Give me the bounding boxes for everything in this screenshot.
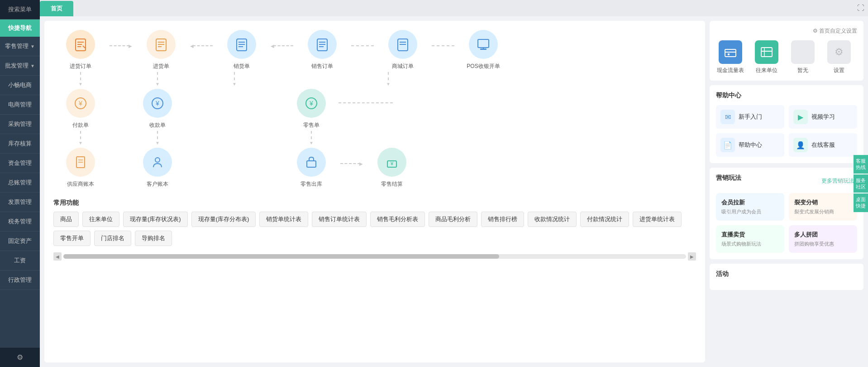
cf-btn-sales-stats[interactable]: 销货单统计表: [259, 212, 308, 227]
cf-btn-purchase-stats[interactable]: 进货单统计表: [633, 212, 682, 227]
qn-partner-units[interactable]: 往来单位: [752, 40, 781, 74]
flow-node-retail-order[interactable]: ¥ 零售单: [284, 89, 339, 129]
settings-icon: ⚙: [827, 40, 851, 64]
beginner-icon: ✉: [720, 110, 735, 124]
sidebar-item-wholesale[interactable]: 批发管理 ▼: [0, 56, 40, 76]
sidebar-item-inventory[interactable]: 库存核算: [0, 134, 40, 154]
sidebar-item-ecommerce-small[interactable]: 小畅电商: [0, 76, 40, 95]
arrow-down-icon: [78, 80, 83, 87]
qn-settings[interactable]: ⚙ 设置: [825, 40, 854, 74]
cf-btn-retail-order[interactable]: 零售开单: [53, 231, 91, 246]
cf-btn-receipt-stats[interactable]: 收款情况统计: [528, 212, 577, 227]
marketing-group[interactable]: 多人拼团 拼团购物享受优惠: [789, 225, 857, 253]
flow-node-sales-slip[interactable]: 销货单: [215, 30, 269, 70]
sidebar-item-admin-label: 行政管理: [8, 276, 32, 284]
right-float-panel: 客服热线 服务社区 桌面快捷: [854, 155, 868, 212]
sidebar-item-finance[interactable]: 资金管理: [0, 154, 40, 173]
help-online-service[interactable]: 👤 在线客服: [789, 133, 857, 157]
sidebar-item-tax[interactable]: 税务管理: [0, 212, 40, 232]
sidebar-item-admin[interactable]: 行政管理: [0, 270, 40, 290]
retail-order-label: 零售单: [303, 121, 320, 129]
marketing-live[interactable]: 直播卖货 场景式购物新玩法: [716, 225, 784, 253]
arrow-down-icon-7: [309, 139, 314, 146]
cf-btn-stock-dist[interactable]: 现存量(库存分布表): [191, 212, 256, 227]
sidebar-item-purchase[interactable]: 采购管理: [0, 115, 40, 134]
cf-btn-sales-rank[interactable]: 销售排行榜: [481, 212, 524, 227]
cf-btn-store-rank[interactable]: 门店排名: [94, 231, 131, 246]
sales-slip-icon: [227, 30, 256, 59]
sidebar-search[interactable]: 搜索菜单: [0, 0, 40, 19]
sidebar-item-ecommerce-mgmt[interactable]: 电商管理: [0, 95, 40, 115]
common-functions: 常用功能 商品 往来单位 现存量(库存状况表) 现存量(库存分布表) 销货单统计…: [53, 199, 696, 246]
tab-bar: 首页 ⛶: [40, 0, 868, 16]
scroll-left-button[interactable]: ◀: [53, 252, 62, 261]
purchase-slip-icon: [147, 30, 176, 59]
common-func-title: 常用功能: [53, 199, 696, 207]
expand-icon[interactable]: ⛶: [857, 4, 864, 12]
sidebar-item-invoice[interactable]: 发票管理: [0, 193, 40, 212]
qn-none[interactable]: 暂无: [788, 40, 817, 74]
sidebar-item-retail[interactable]: 零售管理 ▼: [0, 37, 40, 56]
scroll-right-button[interactable]: ▶: [688, 252, 696, 261]
customer-service-button[interactable]: 客服热线: [854, 155, 868, 174]
marketing-fission[interactable]: 裂变分销 裂变式发展分销商: [789, 193, 857, 221]
flow-node-customer-book[interactable]: 客户账本: [130, 148, 185, 188]
none-label: 暂无: [797, 67, 808, 74]
sales-order-label: 销售订单: [311, 63, 333, 70]
marketing-header: 营销玩法 更多营销玩法 ›: [716, 174, 857, 188]
flow-node-retail-settle[interactable]: ¥ 零售结算: [365, 148, 419, 188]
marketing-member[interactable]: 会员拉新 吸引用户成为会员: [716, 193, 784, 221]
flow-node-purchase-slip[interactable]: 进货单: [134, 30, 188, 70]
help-center-title: 帮助中心: [716, 92, 857, 100]
vc-purchase-slip: [130, 72, 185, 87]
flow-node-supplier-book[interactable]: 供应商账本: [53, 148, 108, 188]
cf-btn-sales-order-stats[interactable]: 销售订单统计表: [312, 212, 367, 227]
cf-btn-payment-stats[interactable]: 付款情况统计: [580, 212, 629, 227]
svg-rect-19: [478, 39, 489, 48]
flow-node-purchase-order[interactable]: 进货订单: [53, 30, 108, 70]
sidebar-item-fixed-assets[interactable]: 固定资产: [0, 232, 40, 251]
scroll-thumb[interactable]: [63, 254, 499, 259]
fission-title: 裂变分销: [794, 198, 852, 207]
desktop-shortcut-button[interactable]: 桌面快捷: [854, 193, 868, 212]
flow-node-pos[interactable]: POS收银开单: [456, 30, 510, 70]
cf-btn-sales-profit[interactable]: 销售毛利分析表: [370, 212, 425, 227]
chevron-down-icon: ▼: [30, 44, 35, 49]
help-beginner[interactable]: ✉ 新手入门: [716, 105, 784, 129]
flow-row-3: 供应商账本 客户账本: [53, 148, 696, 188]
partner-units-icon: [755, 40, 778, 64]
help-video[interactable]: ▶ 视频学习: [789, 105, 857, 129]
svg-text:¥: ¥: [155, 100, 159, 107]
flow-node-mall-order[interactable]: 商城订单: [376, 30, 430, 70]
cf-btn-goods-profit[interactable]: 商品毛利分析: [429, 212, 477, 227]
live-title: 直播卖货: [721, 231, 779, 239]
sidebar-gear-button[interactable]: ⚙: [0, 347, 40, 367]
left-panel: 进货订单 进货单: [44, 21, 705, 362]
sidebar-item-salary[interactable]: 工资: [0, 251, 40, 270]
payment-icon: ¥: [66, 89, 95, 118]
arrow-4-5: [349, 45, 376, 46]
cf-btn-units[interactable]: 往来单位: [82, 212, 119, 227]
retail-out-icon: [297, 148, 326, 177]
flow-node-retail-out[interactable]: 零售出库: [284, 148, 339, 188]
more-marketing-link[interactable]: 更多营销玩法 ›: [821, 177, 857, 185]
cf-btn-goods[interactable]: 商品: [53, 212, 79, 227]
flow-node-receipt[interactable]: ¥ 收款单: [130, 89, 185, 129]
beginner-label: 新手入门: [739, 113, 762, 121]
customize-settings-link[interactable]: ⚙ 首页自定义设置: [716, 27, 857, 35]
service-community-button[interactable]: 服务社区: [854, 174, 868, 193]
scroll-track[interactable]: [63, 254, 686, 259]
sidebar-item-ledger[interactable]: 总账管理: [0, 173, 40, 193]
tab-home[interactable]: 首页: [40, 1, 73, 16]
main-area: 首页 ⛶ 进货订单: [40, 0, 868, 367]
sidebar-nav-label: 快捷导航: [0, 19, 40, 37]
qn-cash-flow[interactable]: 现金流量表: [716, 40, 745, 74]
help-docs[interactable]: 📄 帮助中心: [716, 133, 784, 157]
cf-btn-stock-status[interactable]: 现存量(库存状况表): [123, 212, 188, 227]
cf-btn-guide-rank[interactable]: 导购排名: [135, 231, 172, 246]
member-title: 会员拉新: [721, 198, 779, 207]
purchase-order-label: 进货订单: [70, 63, 91, 70]
flow-node-sales-order[interactable]: 销售订单: [295, 30, 349, 70]
cash-flow-icon: [719, 40, 742, 64]
flow-node-payment[interactable]: ¥ 付款单: [53, 89, 108, 129]
